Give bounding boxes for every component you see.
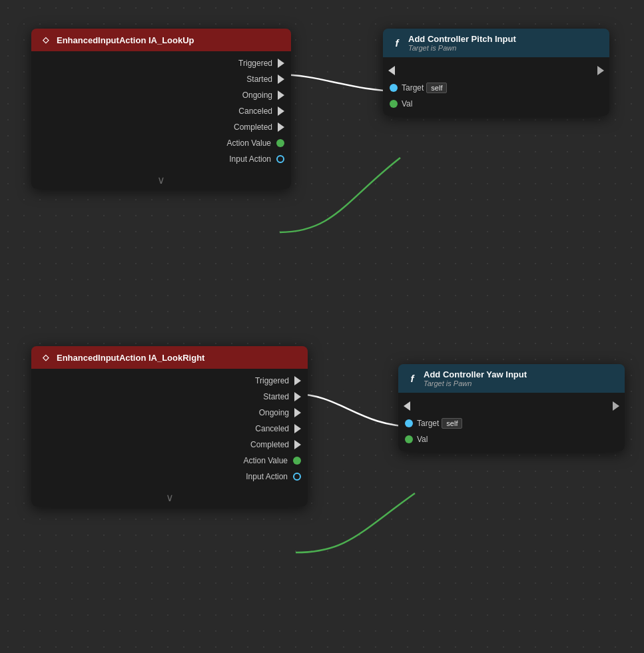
pin-action-value-r: Action Value [31,453,308,469]
ac-pitch-header: f Add Controller Pitch Input Target is P… [383,29,609,57]
ac-yaw-exec-in[interactable] [404,401,410,411]
ac-yaw-body: Target self Val [398,393,625,451]
triggered-pin[interactable] [278,59,284,68]
ac-yaw-exec-row [398,397,625,415]
completed-label: Completed [234,122,272,132]
canceled-label-r: Canceled [255,424,289,433]
target-value-y: self [442,418,462,429]
val-label-y: Val [417,435,428,444]
pin-completed-r: Completed [31,437,308,453]
node-eia-lookup: ◇ EnhancedInputAction IA_LookUp Triggere… [31,29,291,189]
input-action-label: Input Action [229,154,271,164]
action-value-pin[interactable] [276,139,284,147]
started-label-r: Started [263,392,289,401]
pin-input-action-r: Input Action [31,469,308,485]
action-value-label: Action Value [227,138,272,148]
pin-target-y: Target self [398,415,625,431]
completed-pin[interactable] [278,122,284,132]
ac-pitch-subtitle: Target is Pawn [408,44,516,52]
input-action-pin-r[interactable] [293,473,301,481]
pin-started: Started [31,71,291,87]
pin-canceled-r: Canceled [31,421,308,437]
ac-pitch-exec-in[interactable] [388,66,395,75]
started-pin[interactable] [278,75,284,84]
started-pin-r[interactable] [294,392,301,401]
pin-ongoing: Ongoing [31,87,291,103]
ac-yaw-subtitle: Target is Pawn [424,379,527,387]
expand-button-r[interactable]: ∨ [31,489,308,507]
pin-ongoing-r: Ongoing [31,405,308,421]
completed-label-r: Completed [250,440,289,449]
completed-pin-r[interactable] [294,440,301,449]
eia-lookup-title: EnhancedInputAction IA_LookUp [57,35,194,45]
val-pin-y[interactable] [405,435,413,443]
triggered-pin-r[interactable] [294,376,301,385]
canceled-label: Canceled [238,107,272,116]
pin-started-r: Started [31,389,308,405]
eia-lookup-icon: ◇ [39,34,51,46]
triggered-label: Triggered [238,59,272,68]
eia-lookright-body: Triggered Started Ongoing Canceled Compl… [31,369,308,489]
target-pin-y[interactable] [405,419,413,427]
eia-lookup-header: ◇ EnhancedInputAction IA_LookUp [31,29,291,51]
ongoing-label-r: Ongoing [259,408,289,417]
ongoing-pin[interactable] [278,91,284,100]
pin-val-y: Val [398,431,625,447]
target-label: Target [402,83,424,93]
target-label-y: Target [417,419,439,428]
ac-pitch-icon: f [391,37,403,49]
ac-pitch-exec-out[interactable] [597,66,604,75]
pin-action-value: Action Value [31,135,291,151]
ac-pitch-title: Add Controller Pitch Input [408,34,516,44]
triggered-label-r: Triggered [255,376,289,385]
input-action-pin[interactable] [276,155,284,163]
canceled-pin[interactable] [278,107,284,116]
started-label: Started [246,75,272,84]
ac-yaw-title: Add Controller Yaw Input [424,369,527,379]
action-value-label-r: Action Value [244,456,288,465]
target-pin[interactable] [390,84,398,92]
val-pin[interactable] [390,100,398,108]
ac-yaw-exec-out[interactable] [613,401,619,411]
target-value: self [426,83,447,93]
node-ac-yaw: f Add Controller Yaw Input Target is Paw… [398,364,625,451]
eia-lookright-header: ◇ EnhancedInputAction IA_LookRight [31,346,308,369]
expand-button[interactable]: ∨ [31,171,291,189]
ac-yaw-header: f Add Controller Yaw Input Target is Paw… [398,364,625,393]
eia-lookright-title: EnhancedInputAction IA_LookRight [57,353,204,363]
ac-pitch-body: Target self Val [383,57,609,116]
pin-triggered-r: Triggered [31,373,308,389]
input-action-label-r: Input Action [246,472,288,481]
pin-target: Target self [383,80,609,96]
ac-yaw-icon: f [406,373,418,385]
node-ac-pitch: f Add Controller Pitch Input Target is P… [383,29,609,116]
canceled-pin-r[interactable] [294,424,301,433]
val-label: Val [402,99,412,109]
ongoing-pin-r[interactable] [294,408,301,417]
eia-lookright-icon: ◇ [39,351,51,363]
node-eia-lookright: ◇ EnhancedInputAction IA_LookRight Trigg… [31,346,308,507]
action-value-pin-r[interactable] [293,457,301,465]
eia-lookup-body: Triggered Started Ongoing Canceled Compl… [31,51,291,171]
ongoing-label: Ongoing [242,91,272,100]
pin-input-action: Input Action [31,151,291,167]
pin-canceled: Canceled [31,103,291,119]
ac-pitch-exec-row [383,61,609,80]
pin-triggered: Triggered [31,55,291,71]
pin-val: Val [383,96,609,112]
pin-completed: Completed [31,119,291,135]
